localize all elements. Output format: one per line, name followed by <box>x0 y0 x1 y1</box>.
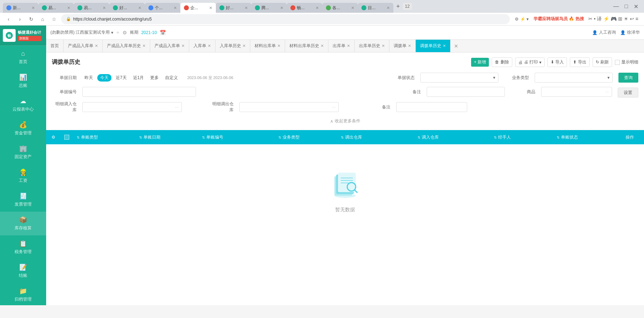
sidebar-item-archive[interactable]: 📁 归档管理 <box>0 283 46 305</box>
browser-tab-8[interactable]: 腾... ✕ <box>251 3 287 13</box>
date-btn-more[interactable]: 更多 <box>148 74 161 82</box>
biz-type-filter-select[interactable]: ▾ <box>535 73 613 83</box>
delete-button[interactable]: 🗑 删除 <box>492 57 512 67</box>
page-tab-inbound-history-close[interactable]: ✕ <box>242 44 246 48</box>
bookmark-button[interactable]: ☆ <box>50 15 58 23</box>
page-tab-outbound[interactable]: 出库单 ✕ <box>328 40 355 52</box>
minimize-button[interactable]: — <box>610 3 622 10</box>
service-button[interactable]: 👤 人工咨询 <box>592 29 616 35</box>
page-tab-inbound-history[interactable]: 入库单历史 ✕ <box>215 40 250 52</box>
browser-tab-11[interactable]: 目... ✕ <box>358 3 393 13</box>
th-status[interactable]: ⇅ 单账状态 <box>553 134 616 140</box>
tab-close-11[interactable]: ✕ <box>387 6 390 10</box>
sidebar-item-home[interactable]: ⌂ 首页 <box>0 46 46 69</box>
sidebar-item-cloud-report[interactable]: ☁ 云报表中心 <box>0 93 46 117</box>
date-btn-custom[interactable]: 自定义 <box>163 74 180 82</box>
sidebar-item-close-account[interactable]: 📝 结账 <box>0 259 46 283</box>
page-tab-material-outbound-history[interactable]: 材料出库单历史 ✕ <box>285 40 328 52</box>
page-tab-product-inbound[interactable]: 产成品入库单 ✕ <box>64 40 103 52</box>
goods-filter-select[interactable]: ··· <box>541 87 612 97</box>
company-settings-icon[interactable]: ⚙ <box>122 30 127 35</box>
page-tab-outbound-history[interactable]: 出库单历史 ✕ <box>355 40 389 52</box>
page-tab-product-inbound-close[interactable]: ✕ <box>95 44 98 48</box>
settings-button[interactable]: 设置 <box>618 88 638 97</box>
page-tab-product-inbound2[interactable]: 产成品入库单 ✕ <box>150 40 189 52</box>
page-tab-outbound-history-close[interactable]: ✕ <box>382 44 385 48</box>
company-selector[interactable]: (勿删勿禁用) 江西服宝测试专用 ▾ <box>50 29 113 35</box>
date-btn-yesterday[interactable]: 昨天 <box>82 74 95 82</box>
page-tab-transfer[interactable]: 调拨单 ✕ <box>389 40 416 52</box>
page-tab-material-outbound[interactable]: 材料出库单 ✕ <box>250 40 285 52</box>
page-tab-product-inbound-history[interactable]: 产成品入库单历史 ✕ <box>103 40 150 52</box>
th-handler[interactable]: ⇅ 经手人 <box>490 134 553 140</box>
browser-tab-2[interactable]: 易... ✕ <box>38 3 74 13</box>
sidebar-item-finance[interactable]: 💰 资金管理 <box>0 117 46 140</box>
forward-button[interactable]: › <box>16 15 24 23</box>
th-biz-type[interactable]: ⇅ 业务类型 <box>275 134 337 140</box>
browser-tab-3[interactable]: 易... ✕ <box>74 3 109 13</box>
sidebar-item-tax[interactable]: 📋 税务管理 <box>0 235 46 259</box>
display-toggle[interactable]: 显示明细 <box>615 59 638 65</box>
header-checkbox[interactable] <box>64 135 69 140</box>
browser-tab-7[interactable]: 好... ✕ <box>216 3 251 13</box>
collapse-button[interactable]: ∧ 收起更多条件 <box>52 117 638 125</box>
th-settings[interactable]: ⚙ <box>46 135 60 140</box>
page-tab-material-outbound-history-close[interactable]: ✕ <box>321 44 324 48</box>
date-btn-7days[interactable]: 近7天 <box>114 74 129 82</box>
date-btn-today[interactable]: 今天 <box>97 74 111 82</box>
maximize-button[interactable]: □ <box>622 3 631 10</box>
close-all-tab-button[interactable]: ✕ <box>451 43 462 49</box>
print-button[interactable]: 🖨 🖨 打印 ▾ <box>515 57 545 67</box>
tab-close-6[interactable]: ✕ <box>209 6 212 10</box>
th-type[interactable]: ⇅ 单账类型 <box>73 134 136 140</box>
tab-close-2[interactable]: ✕ <box>67 6 70 10</box>
note-filter-input[interactable] <box>427 87 505 97</box>
home-button[interactable]: ⌂ <box>38 15 47 23</box>
display-toggle-checkbox[interactable] <box>615 60 620 65</box>
browser-tab-9[interactable]: 畅... ✕ <box>287 3 322 13</box>
tab-count[interactable]: 12 <box>403 3 412 10</box>
back-button[interactable]: ‹ <box>4 15 13 23</box>
number-filter-input[interactable] <box>82 87 196 97</box>
new-button[interactable]: + 新增 <box>471 58 489 67</box>
export-button[interactable]: ⬆ 导出 <box>570 57 589 67</box>
close-button[interactable]: ✕ <box>631 3 641 10</box>
page-tab-inbound-close[interactable]: ✕ <box>208 44 211 48</box>
tab-close-7[interactable]: ✕ <box>245 6 248 10</box>
page-tab-outbound-close[interactable]: ✕ <box>347 44 350 48</box>
refresh-button[interactable]: ↻ <box>27 15 36 23</box>
th-in-wh[interactable]: ⇅ 调入仓库 <box>414 134 490 140</box>
th-out-wh[interactable]: ⇅ 调出仓库 <box>337 134 414 140</box>
sidebar-item-salary[interactable]: 👷 工资 <box>0 164 46 188</box>
page-tab-inbound[interactable]: 入库单 ✕ <box>189 40 215 52</box>
sidebar-item-invoice[interactable]: 🧾 发票管理 <box>0 188 46 212</box>
page-tab-transfer-history-close[interactable]: ✕ <box>443 44 446 48</box>
page-tab-material-outbound-close[interactable]: ✕ <box>277 44 280 48</box>
date-btn-1month[interactable]: 近1月 <box>131 74 146 82</box>
browser-tab-5[interactable]: 个... ✕ <box>145 3 180 13</box>
browser-tab-4[interactable]: 好... ✕ <box>109 3 145 13</box>
th-number[interactable]: ⇅ 单账编号 <box>198 134 275 140</box>
note2-filter-input[interactable] <box>396 102 467 112</box>
browser-tab-10[interactable]: 各... ✕ <box>322 3 358 13</box>
add-company-button[interactable]: + <box>116 29 119 36</box>
tab-close-1[interactable]: ✕ <box>32 6 35 10</box>
status-filter-select[interactable]: ▾ <box>420 73 498 83</box>
tab-close-9[interactable]: ✕ <box>316 6 319 10</box>
in-wh-filter-select[interactable]: ··· <box>82 102 182 112</box>
sidebar-item-fixed-assets[interactable]: 🏢 固定资产 <box>0 140 46 164</box>
browser-tab-1[interactable]: 新... ✕ <box>3 3 38 13</box>
user-info[interactable]: 👤 徐泽华 <box>620 29 640 35</box>
th-checkbox[interactable] <box>60 135 73 140</box>
new-tab-button[interactable]: + <box>393 3 403 10</box>
tab-close-5[interactable]: ✕ <box>174 6 177 10</box>
query-button[interactable]: 查询 <box>618 73 638 83</box>
browser-tab-6[interactable]: 企... ✕ <box>180 3 216 13</box>
import-button[interactable]: ⬇ 导入 <box>547 57 567 67</box>
page-tab-product-inbound2-close[interactable]: ✕ <box>181 44 185 48</box>
sidebar-item-inventory[interactable]: 📦 库存核算 <box>0 212 46 235</box>
calendar-icon[interactable]: 📅 <box>160 30 166 35</box>
th-date[interactable]: ⇅ 单账日期 <box>136 134 198 140</box>
page-tab-transfer-close[interactable]: ✕ <box>408 44 411 48</box>
out-wh-filter-select[interactable]: ··· <box>239 102 339 112</box>
